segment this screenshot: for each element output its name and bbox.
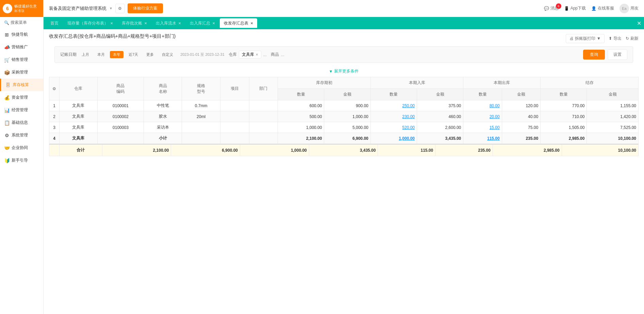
user-avatar: Ea <box>620 4 629 13</box>
tab-close-icon[interactable]: ✕ <box>212 21 215 25</box>
guide-icon: 🔰 <box>4 158 10 163</box>
sidebar-item-marketing[interactable]: 📣 营销推广 <box>0 41 43 53</box>
table-row: 3 文具库 0100003 采访本 1,000.00 5,000.00 520.… <box>49 122 639 133</box>
warehouse-more-btn[interactable]: ... <box>263 52 267 57</box>
tab-summary[interactable]: 出入库汇总 ✕ <box>186 18 219 28</box>
tab-close-icon[interactable]: ✕ <box>144 21 147 25</box>
sidebar-item-label: 经营管理 <box>12 107 28 113</box>
logo-icon: 6 <box>3 4 12 13</box>
row-no: 1 <box>49 100 60 111</box>
table-row: 1 文具库 0100001 中性笔 0.7mm 600.00 900.00 25… <box>49 100 639 111</box>
row-out-qty[interactable]: 15.00 <box>463 122 502 133</box>
row-out-qty[interactable]: 80.00 <box>463 100 502 111</box>
service-label: 在线客服 <box>598 5 614 11</box>
sidebar-item-enterprise[interactable]: 🤝 企业协同 <box>0 142 43 154</box>
row-in-qty[interactable]: 1,000.00 <box>370 133 417 144</box>
online-service-btn[interactable]: 👤 在线客服 <box>591 5 614 11</box>
content-area: 收发存汇总表(按仓库+商品编码+商品+规格型号+项目+部门) 🖨 拆账版打印 ▼… <box>44 29 644 314</box>
sidebar-item-finance[interactable]: 💰 资金管理 <box>0 91 43 104</box>
row-in-amt: 2,600.00 <box>417 122 463 133</box>
footer-out-qty: 115.00 <box>378 144 435 156</box>
row-out-amt: 40.00 <box>502 111 540 122</box>
sidebar-item-purchase[interactable]: 📦 采购管理 <box>0 66 43 79</box>
warehouse-value: 文具库 <box>242 52 254 57</box>
th-goods-spec: 规格型号 <box>182 77 220 100</box>
export-label: 导出 <box>613 36 622 42</box>
sidebar-item-guide[interactable]: 🔰 新手引导 <box>0 154 43 167</box>
expand-icon: ▼ <box>329 69 333 74</box>
th-settings[interactable]: ⚙ <box>49 77 60 100</box>
date-btn-last-month[interactable]: 上月 <box>79 51 92 58</box>
row-spec: 0.7mm <box>182 100 220 111</box>
tab-home[interactable]: 首页 <box>46 18 63 28</box>
row-warehouse: 文具库 <box>60 111 98 122</box>
date-btn-this-year[interactable]: 本年 <box>110 51 123 58</box>
tab-inventory-dist[interactable]: 现存量（库存分布表） ✕ <box>63 18 117 28</box>
basic-icon: 📋 <box>4 120 10 126</box>
row-dept <box>249 133 278 144</box>
sidebar-nav: ⊞ 快捷导航 📣 营销推广 🛒 销售管理 📦 采购管理 🗄 库存核算 💰 资金管… <box>0 28 43 314</box>
warehouse-tag-close-icon[interactable]: ✕ <box>255 53 258 56</box>
tab-close-icon[interactable]: ✕ <box>250 21 253 25</box>
date-btn-7days[interactable]: 近7天 <box>126 51 141 58</box>
tab-close-icon[interactable]: ✕ <box>178 21 181 25</box>
sidebar-item-basic[interactable]: 📋 基础信息 <box>0 116 43 129</box>
query-button[interactable]: 查询 <box>583 50 605 60</box>
tab-bar-close-icon[interactable]: ✕ <box>637 20 641 27</box>
refresh-button[interactable]: ↻ 刷新 <box>626 36 639 42</box>
date-btn-this-month[interactable]: 本月 <box>94 51 108 58</box>
warehouse-tag[interactable]: 文具库 ✕ <box>239 51 261 59</box>
row-bal-qty: 2,985.00 <box>541 133 587 144</box>
footer-in-amt: 3,435.00 <box>309 144 378 156</box>
row-in-qty[interactable]: 520.00 <box>370 122 417 133</box>
tab-batch[interactable]: 库存批次账 ✕ <box>118 18 151 28</box>
date-filter-section: 记账日期 上月 本月 本年 近7天 更多 自定义 <box>60 51 176 58</box>
row-in-amt: 3,435.00 <box>417 133 463 144</box>
th-project: 项目 <box>220 77 249 100</box>
goods-more-btn[interactable]: ... <box>281 52 284 57</box>
row-dept <box>249 111 278 122</box>
date-btn-more[interactable]: 更多 <box>143 51 157 58</box>
export-icon: ⬆ <box>609 36 612 41</box>
row-out-qty[interactable]: 20.00 <box>463 111 502 122</box>
row-open-amt: 5,000.00 <box>324 122 370 133</box>
sidebar-item-operations[interactable]: 📊 经营管理 <box>0 104 43 116</box>
sidebar-item-system[interactable]: ⚙ 系统管理 <box>0 129 43 142</box>
header-settings-btn[interactable]: ⚙ <box>115 4 125 13</box>
row-warehouse: 文具库 <box>60 133 98 144</box>
tab-label: 库存批次账 <box>122 20 142 26</box>
th-out-group: 本期出库 <box>463 77 541 89</box>
date-btn-custom[interactable]: 自定义 <box>159 51 176 58</box>
sidebar-item-label: 基础信息 <box>12 120 28 126</box>
row-project <box>220 111 249 122</box>
row-in-qty[interactable]: 250.00 <box>370 100 417 111</box>
trial-button[interactable]: 体验行业方案 <box>128 3 163 13</box>
th-opening-group: 库存期初 <box>278 77 371 89</box>
logo-text: 畅捷通好生意 <box>14 4 37 9</box>
page-header: 收发存汇总表(按仓库+商品编码+商品+规格型号+项目+部门) 🖨 拆账版打印 ▼… <box>44 29 644 46</box>
row-spec <box>182 122 220 133</box>
sidebar-item-inventory[interactable]: 🗄 库存核算 <box>0 79 43 91</box>
app-download-btn[interactable]: 📱 App下载 <box>564 5 586 11</box>
top-header: 装备及固定资产辅助管理系统 ▼ ⚙ 体验行业方案 💬 消息 6 📱 App下载 … <box>44 0 644 17</box>
filter-settings-button[interactable]: 设置 <box>608 49 627 60</box>
sidebar-search[interactable]: 🔍 搜索菜单 <box>0 17 43 28</box>
sidebar-item-label: 企业协同 <box>12 145 28 151</box>
user-btn[interactable]: Ea 用友 <box>620 4 639 13</box>
expand-conditions-button[interactable]: ▼ 展开更多条件 <box>329 68 359 74</box>
row-in-qty[interactable]: 230.00 <box>370 111 417 122</box>
tab-recv-send[interactable]: 收发存汇总表 ✕ <box>220 18 257 28</box>
th-dept: 部门 <box>249 77 278 100</box>
print-button[interactable]: 🖨 拆账版打印 ▼ <box>566 34 605 43</box>
row-out-qty[interactable]: 115.00 <box>463 133 502 144</box>
sidebar-item-quick-nav[interactable]: ⊞ 快捷导航 <box>0 28 43 41</box>
export-button[interactable]: ⬆ 导出 <box>609 36 622 42</box>
tab-close-icon[interactable]: ✕ <box>110 21 113 25</box>
messages-btn[interactable]: 💬 消息 6 <box>544 5 559 11</box>
row-bal-amt: 10,100.00 <box>587 133 639 144</box>
sidebar-item-sales[interactable]: 🛒 销售管理 <box>0 53 43 66</box>
table-container: ⚙ 仓库 商品编码 商品名称 规格型号 项目 部门 库存期初 本期入库 本期出库… <box>44 77 644 144</box>
operations-icon: 📊 <box>4 108 10 113</box>
tab-flow[interactable]: 出入库流水 ✕ <box>152 18 185 28</box>
th-bal-amt: 金额 <box>587 89 639 100</box>
